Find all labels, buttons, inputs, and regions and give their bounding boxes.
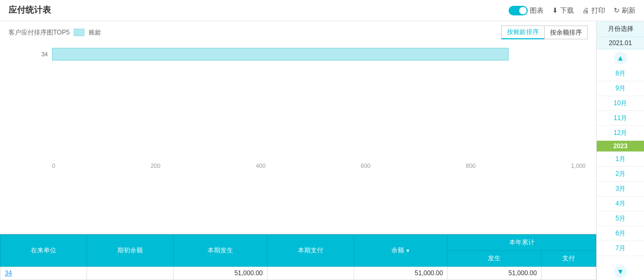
chart-toggle[interactable]: 图表: [509, 6, 544, 15]
current-occurrence-cell: 51,000.00: [174, 267, 268, 280]
month-oct[interactable]: 10月: [597, 96, 644, 111]
col-opening: 期初余额: [87, 235, 174, 267]
page-title: 应付统计表: [8, 5, 51, 16]
legend-box: [74, 29, 84, 36]
download-icon: ⬇: [552, 6, 558, 14]
balance-sort-icon: ▼: [406, 248, 410, 253]
bar-container: 856天: [52, 48, 586, 61]
data-table: 在来单位 期初余额 本期发生 本期支付 余额 ▼ 本年累计: [0, 234, 596, 280]
month-jul[interactable]: 7月: [597, 241, 644, 256]
month-sep[interactable]: 9月: [597, 81, 644, 96]
year-input[interactable]: [597, 37, 644, 49]
x-axis: 0 200 400 600 800 1,000: [32, 160, 586, 169]
download-button[interactable]: ⬇ 下载: [552, 6, 574, 15]
table-row: 34 51,000.00 51,000.00 51,000.00: [1, 267, 596, 280]
bar-fill: [52, 48, 509, 61]
ytd-occurrence-cell: 51,000.00: [448, 267, 542, 280]
current-payment-cell: [267, 267, 354, 280]
chart-toggle-switch[interactable]: [509, 6, 528, 15]
year-2023-label: 2023: [597, 141, 644, 152]
col-balance: 余额 ▼: [354, 235, 448, 267]
month-jan[interactable]: 1月: [597, 152, 644, 167]
opening-balance-cell: [87, 267, 174, 280]
month-may[interactable]: 5月: [597, 211, 644, 226]
col-ytd: 本年累计: [448, 235, 596, 251]
refresh-icon: ↻: [614, 6, 620, 14]
month-aug[interactable]: 8月: [597, 66, 644, 81]
col-payment: 本期支付: [267, 235, 354, 267]
col-ytd-occurrence: 发生: [448, 251, 542, 267]
scroll-down-button[interactable]: ▼: [614, 265, 627, 278]
month-nov[interactable]: 11月: [597, 111, 644, 126]
col-occurrence: 本期发生: [174, 235, 268, 267]
col-unit: 在来单位: [1, 235, 87, 267]
bar-chart: 34 856天: [32, 44, 586, 160]
sidebar-header: 月份选择: [597, 21, 644, 37]
month-dec[interactable]: 12月: [597, 126, 644, 141]
unit-cell[interactable]: 34: [1, 267, 87, 280]
bar-label: 34: [32, 51, 48, 57]
month-feb[interactable]: 2月: [597, 167, 644, 182]
table-container: 在来单位 期初余额 本期发生 本期支付 余额 ▼ 本年累计: [0, 234, 596, 280]
ytd-payment-cell: [542, 267, 596, 280]
month-apr[interactable]: 4月: [597, 197, 644, 211]
balance-cell: 51,000.00: [354, 267, 448, 280]
chart-area: 34 856天 0 200 400 600 800 1,000: [0, 44, 596, 234]
nav-up: ▲: [597, 49, 644, 66]
month-sidebar: 月份选择 ▲ 8月 9月 10月 11月 12月 2023 1月 2月 3月 4…: [596, 21, 644, 280]
sort-buttons: 按账龄排序 按余额排序: [501, 26, 588, 39]
col-ytd-payment: 支付: [542, 251, 596, 267]
table-section: 在来单位 期初余额 本期发生 本期支付 余额 ▼ 本年累计: [0, 234, 596, 280]
nav-down: ▼: [597, 263, 644, 280]
sort-by-balance-button[interactable]: 按余额排序: [544, 26, 588, 39]
bar-row: 34 856天: [32, 44, 586, 65]
print-button[interactable]: 🖨 打印: [582, 6, 605, 15]
chart-label: 图表: [530, 6, 544, 15]
sort-by-age-button[interactable]: 按账龄排序: [501, 26, 544, 39]
refresh-button[interactable]: ↻ 刷新: [614, 6, 636, 15]
month-jun[interactable]: 6月: [597, 226, 644, 241]
month-mar[interactable]: 3月: [597, 182, 644, 197]
print-icon: 🖨: [582, 6, 589, 14]
scroll-up-button[interactable]: ▲: [614, 52, 627, 64]
chart-legend: 客户应付排序图TOP5 账龄: [8, 28, 101, 37]
